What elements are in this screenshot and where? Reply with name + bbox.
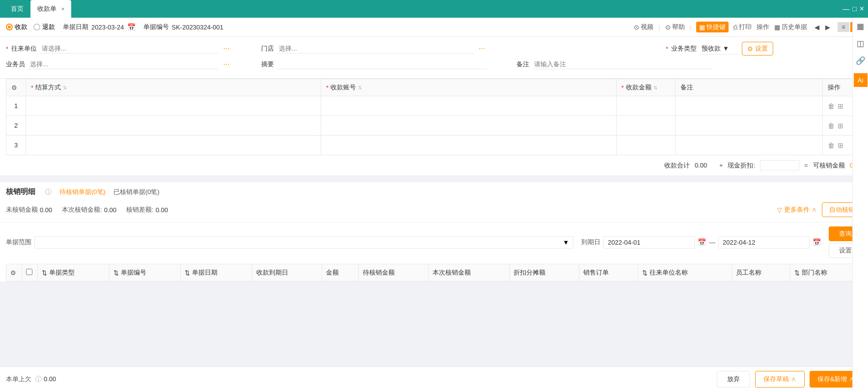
radio-refund[interactable]: 退款 — [33, 23, 55, 31]
tab-bar: 首页 收款单 × — □ × — [0, 0, 868, 18]
verify-info-icon[interactable]: ⓘ — [45, 188, 52, 196]
radio-refund-circle — [33, 24, 40, 30]
sidebar-layout-icon[interactable]: ◫ — [857, 39, 864, 48]
biz-type-select[interactable]: 预收款 ▼ — [700, 43, 739, 55]
th-account: * 收款账号 ⇅ — [321, 79, 616, 96]
ai-label: Ai — [858, 77, 864, 84]
store-more-btn[interactable]: ··· — [477, 44, 487, 53]
counterpart-more-btn[interactable]: ··· — [221, 44, 232, 53]
row-2-remark[interactable] — [675, 116, 822, 136]
row-2-delete-btn[interactable]: 🗑 — [828, 122, 835, 130]
date-to-input[interactable] — [718, 236, 810, 249]
salesperson-input[interactable] — [28, 59, 218, 69]
sidebar-ai-icon[interactable]: Ai — [854, 73, 868, 87]
diff-stat: 核销差额: 0.00 — [126, 205, 168, 214]
tab-collection[interactable]: 收款单 × — [30, 0, 71, 18]
sidebar-table-icon[interactable]: ▦ — [857, 22, 864, 31]
row-3-remark[interactable] — [675, 136, 822, 155]
th-doc-date: ⇅ 单据日期 — [181, 264, 252, 281]
separator1: | — [658, 24, 660, 31]
row-2-settlement[interactable] — [26, 116, 321, 136]
date-filter: 到期日 📅 — 📅 — [581, 236, 821, 249]
footer-info-icon[interactable]: ⓘ — [35, 375, 42, 384]
data-table-wrap: ⚙ * 结算方式 ⇅ * 收款账号 ⇅ — [0, 79, 868, 155]
verify-title: 核销明细 — [6, 187, 35, 196]
date-from-calendar-icon[interactable]: 📅 — [698, 238, 706, 246]
draft-btn[interactable]: 保存草稿 ∧ — [755, 371, 805, 388]
row-3-copy-btn[interactable]: ⊞ — [838, 141, 843, 149]
sort-amount-icon: ⇅ — [653, 85, 657, 90]
date-field-group: 单据日期 2023-03-24 📅 — [63, 23, 136, 31]
list-view-btn[interactable]: ≡ — [838, 22, 849, 32]
summary-row: 收款合计 0.00 + 现金折扣: = 可核销金额 0.00 — [0, 155, 868, 179]
row-1-amount[interactable] — [616, 96, 675, 116]
total-label: 收款合计 — [664, 161, 690, 170]
summary-input[interactable] — [277, 59, 487, 69]
row-3-settlement[interactable] — [26, 136, 321, 155]
done-tab[interactable]: 已核销单据(0笔) — [113, 188, 160, 196]
total-value: 0.00 — [695, 162, 714, 169]
table-gear-icon[interactable]: ⚙ — [11, 84, 17, 91]
stats-row: 未核销金额 0.00 本次核销金额: 0.00 核销差额: 0.00 ▽ 更多条… — [0, 199, 868, 222]
row-1-copy-btn[interactable]: ⊞ — [838, 102, 843, 110]
more-conditions-btn[interactable]: ▽ 更多条件 ∧ — [777, 205, 817, 214]
counterpart-input[interactable] — [40, 44, 218, 54]
discard-btn[interactable]: 放弃 — [717, 371, 750, 388]
radio-collection-label: 收款 — [15, 23, 27, 31]
pending-tab[interactable]: 待核销单据(0笔) — [59, 188, 106, 196]
remark-input[interactable] — [532, 59, 713, 69]
th-current-amount: 本次核销金额 — [429, 264, 510, 281]
range-select[interactable]: ▼ — [34, 236, 573, 249]
next-arrow[interactable]: ▶ — [823, 22, 833, 32]
tab-home[interactable]: 首页 — [4, 0, 30, 18]
row-3-account[interactable] — [321, 136, 616, 155]
video-btn[interactable]: ⊙ 视频 — [634, 23, 653, 31]
row-2-account[interactable] — [321, 116, 616, 136]
operate-btn[interactable]: 操作 — [757, 23, 769, 31]
discount-input[interactable] — [760, 160, 799, 170]
row-2-amount[interactable] — [616, 116, 675, 136]
form-row-2: 业务员 ··· 摘要 备注 — [6, 59, 862, 69]
row-2-copy-btn[interactable]: ⊞ — [838, 122, 843, 130]
store-input[interactable] — [277, 44, 474, 54]
select-all-checkbox[interactable] — [26, 269, 32, 275]
remark-label: 备注 — [516, 60, 529, 69]
win-max-btn[interactable]: □ — [852, 5, 856, 13]
help-btn[interactable]: ⊙ 帮助 — [665, 23, 685, 31]
row-3-delete-btn[interactable]: 🗑 — [828, 141, 835, 149]
date-from-input[interactable] — [603, 236, 695, 249]
th-remark: 备注 — [675, 79, 822, 96]
sidebar-link-icon[interactable]: 🔗 — [856, 56, 866, 65]
shortcut-btn[interactable]: ▦ 快捷键 — [696, 22, 729, 32]
remark-field: 备注 — [516, 59, 713, 69]
tab-collection-label: 收款单 — [37, 4, 56, 13]
radio-collection[interactable]: 收款 — [6, 23, 27, 31]
table-row: 2 🗑 ⊞ — [6, 116, 862, 136]
tab-close-icon[interactable]: × — [61, 6, 64, 12]
th-doc-type: ⇅ 单据类型 — [38, 264, 109, 281]
print-btn[interactable]: ⎙ 打印 — [733, 23, 752, 31]
row-3-amount[interactable] — [616, 136, 675, 155]
row-1-remark[interactable] — [675, 96, 822, 116]
current-label: 本次核销金额: — [62, 205, 102, 214]
counterpart-field: * 往来单位 ··· — [6, 44, 232, 54]
win-min-btn[interactable]: — — [842, 5, 849, 13]
date-label: 单据日期 — [63, 23, 88, 31]
row-1-account[interactable] — [321, 96, 616, 116]
date-value: 2023-03-24 — [91, 24, 124, 31]
bottom-table-gear-icon[interactable]: ⚙ — [10, 269, 16, 277]
sort-account-icon: ⇅ — [358, 85, 362, 90]
win-close-btn[interactable]: × — [860, 4, 864, 13]
diff-value: 0.00 — [156, 206, 168, 214]
bottom-table-wrap: ⚙ ⇅ 单据类型 ⇅ — [0, 264, 868, 281]
calendar-icon[interactable]: 📅 — [127, 23, 136, 31]
history-btn[interactable]: ▦ 历史单据 — [774, 23, 807, 31]
settings-button[interactable]: ⚙ 设置 — [742, 42, 773, 56]
summary-field: 摘要 — [261, 59, 487, 69]
number-field-group: 单据编号 SK-20230324-001 — [143, 23, 224, 31]
row-1-settlement[interactable] — [26, 96, 321, 116]
salesperson-more-btn[interactable]: ··· — [221, 60, 232, 69]
date-to-calendar-icon[interactable]: 📅 — [813, 238, 821, 246]
prev-arrow[interactable]: ◀ — [812, 22, 822, 32]
row-1-delete-btn[interactable]: 🗑 — [828, 102, 835, 110]
